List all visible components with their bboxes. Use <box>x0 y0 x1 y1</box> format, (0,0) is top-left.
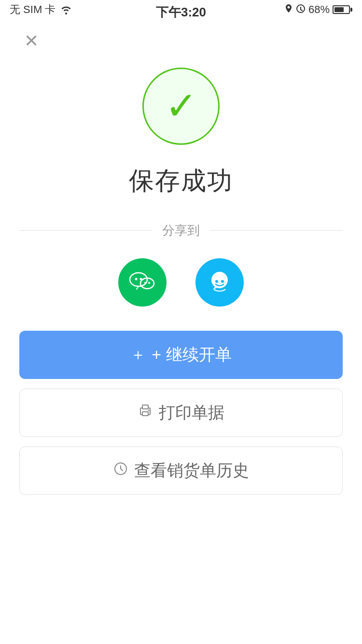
main-content: ✕ ✓ 保存成功 分享到 <box>0 19 362 644</box>
svg-point-1 <box>135 278 138 280</box>
history-label: 查看销货单历史 <box>134 460 249 482</box>
alarm-icon <box>296 4 306 15</box>
close-button[interactable]: ✕ <box>19 29 43 53</box>
battery-percent: 68% <box>308 3 330 16</box>
svg-point-7 <box>221 280 224 283</box>
no-sim-text: 无 SIM 卡 <box>10 2 56 17</box>
status-time: 下午3:20 <box>156 4 206 21</box>
continue-button[interactable]: ＋ + 继续开单 <box>19 331 343 379</box>
share-label: 分享到 <box>162 222 200 239</box>
svg-point-4 <box>144 282 146 284</box>
divider-right <box>209 230 343 231</box>
status-right: 68% <box>284 3 352 16</box>
status-left: 无 SIM 卡 <box>10 2 73 17</box>
success-title: 保存成功 <box>129 164 233 198</box>
qq-icon <box>205 268 234 297</box>
success-circle: ✓ <box>142 68 220 145</box>
wechat-icon <box>128 268 157 297</box>
svg-point-5 <box>148 282 150 284</box>
battery-icon <box>333 5 352 14</box>
checkmark-icon: ✓ <box>165 87 197 126</box>
history-icon <box>113 461 128 480</box>
svg-rect-9 <box>142 405 148 409</box>
divider-left <box>19 230 153 231</box>
history-button[interactable]: 查看销货单历史 <box>19 447 343 495</box>
svg-point-0 <box>130 273 147 286</box>
wifi-icon <box>59 5 73 14</box>
svg-rect-10 <box>142 412 148 416</box>
print-button[interactable]: 打印单据 <box>19 389 343 437</box>
status-bar: 无 SIM 卡 下午3:20 68% <box>0 0 362 19</box>
svg-point-11 <box>148 410 150 411</box>
print-icon <box>138 403 153 422</box>
qq-share-button[interactable] <box>195 258 244 307</box>
share-icons <box>118 258 244 307</box>
close-icon: ✕ <box>24 32 39 50</box>
location-icon <box>284 4 293 15</box>
share-divider: 分享到 <box>19 222 343 239</box>
svg-point-6 <box>215 280 218 283</box>
action-buttons: ＋ + 继续开单 打印单据 查看销货单历史 <box>19 331 343 495</box>
wechat-share-button[interactable] <box>118 258 167 307</box>
continue-label: + 继续开单 <box>152 344 231 366</box>
share-section: 分享到 <box>19 222 343 307</box>
plus-icon: ＋ <box>130 344 146 365</box>
print-label: 打印单据 <box>159 402 224 424</box>
